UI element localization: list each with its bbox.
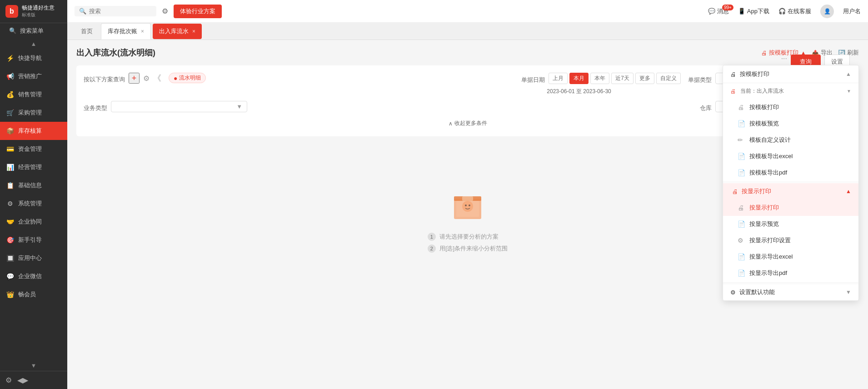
app-name: 畅捷通好生意	[22, 5, 55, 12]
dropdown-template-print-header[interactable]: 🖨 按模板打印 ▲	[723, 65, 858, 83]
app-download-label: App下载	[747, 7, 769, 15]
date-btn-custom[interactable]: 自定义	[656, 73, 681, 84]
date-btn-last-month[interactable]: 上月	[549, 73, 568, 84]
tab-home-label: 首页	[81, 27, 93, 35]
sidebar-scroll-down[interactable]: ▼	[0, 360, 67, 371]
chevron-down-icon: ▼	[846, 289, 851, 295]
search-icon: 🔍	[9, 27, 16, 34]
topbar-search-input[interactable]	[89, 8, 144, 15]
topbar-online-service[interactable]: 🎧 在线客服	[778, 7, 811, 15]
print-dropdown-panel: 🖨 按模板打印 ▲ 🖨 当前：出入库流水 ▼ 🖨	[723, 65, 859, 301]
topbar-search-icon: 🔍	[79, 8, 86, 15]
dropdown-item-template-excel[interactable]: 📄 按模板导出excel	[723, 148, 858, 165]
dropdown-item-display-print[interactable]: 🖨 按显示打印	[723, 199, 858, 216]
sidebar-item-marketing[interactable]: 📢 营销推广	[0, 67, 67, 85]
set-default-label: 设置默认功能	[739, 288, 775, 296]
topbar-search-box[interactable]: 🔍	[75, 6, 156, 16]
filter-collapse-icon[interactable]: 《	[153, 73, 161, 84]
filter-date-row: 单据日期 上月 本月 本年 近7天 更多 自定义	[521, 73, 681, 84]
filter-date-section: 单据日期 上月 本月 本年 近7天 更多 自定义 2023-06-01 至 20…	[521, 73, 681, 95]
main-area: 🔍 ⚙ 体验行业方案 💬 消息 99+ 📱 App下载 🎧 在线客服 👤 用户名	[67, 0, 868, 389]
nav-label-wechat: 企业微信	[18, 272, 42, 280]
item-pdf-icon: 📄	[738, 169, 745, 176]
nav-icon-inventory: 📦	[5, 126, 15, 135]
tab-inout-flow-label: 出入库流水	[159, 27, 189, 35]
sidebar-item-vip[interactable]: 👑 畅会员	[0, 285, 67, 304]
dropdown-set-default[interactable]: ⚙ 设置默认功能 ▼	[723, 284, 858, 300]
sidebar-item-enterprise[interactable]: 🤝 企业协同	[0, 213, 67, 231]
nav-label-app-center: 应用中心	[18, 254, 42, 262]
nav-label-purchase: 采购管理	[18, 109, 42, 117]
filter-biztype-select[interactable]: ▼	[111, 101, 247, 112]
empty-step-1: 1 请先选择要分析的方案	[428, 233, 508, 241]
date-btn-more[interactable]: 更多	[635, 73, 654, 84]
user-avatar[interactable]: 👤	[820, 5, 834, 18]
sidebar-scroll-up[interactable]: ▲	[0, 39, 67, 49]
dropdown-display-label: 按显示打印	[742, 187, 771, 195]
item-display-preview-icon: 📄	[738, 220, 745, 228]
nav-icon-operation: 📊	[5, 163, 15, 172]
sidebar-item-quick-nav[interactable]: ⚡ 快捷导航	[0, 49, 67, 67]
dropdown-item-template-pdf[interactable]: 📄 按模板导出pdf	[723, 165, 858, 181]
item-template-excel-label: 按模板导出excel	[749, 152, 793, 160]
item-display-pdf-icon: 📄	[738, 269, 745, 277]
nav-icon-app-center: 🔲	[5, 254, 15, 263]
sidebar-item-sales[interactable]: 💰 销售管理	[0, 85, 67, 104]
dropdown-item-template-design[interactable]: ✏ 模板自定义设计	[723, 132, 858, 148]
dropdown-item-template-print[interactable]: 🖨 按模板打印	[723, 99, 858, 115]
username[interactable]: 用户名	[843, 7, 861, 15]
filter-gear-icon[interactable]: ⚙	[143, 74, 150, 83]
sidebar-item-finance[interactable]: 💳 资金管理	[0, 140, 67, 158]
dropdown-item-display-settings[interactable]: ⚙ 按显示打印设置	[723, 232, 858, 249]
sidebar-item-system[interactable]: ⚙ 系统管理	[0, 194, 67, 213]
sidebar-collapse-icon[interactable]: ◀▶	[17, 376, 28, 384]
item-template-print-label: 按模板打印	[749, 103, 779, 111]
sidebar-item-operation[interactable]: 📊 经营管理	[0, 158, 67, 176]
dropdown-display-print-header[interactable]: 🖨 按显示打印 ▲	[723, 183, 858, 199]
nav-label-vip: 畅会员	[18, 290, 36, 299]
nav-label-basic: 基础信息	[18, 181, 42, 190]
filter-add-button[interactable]: +	[129, 73, 140, 84]
empty-steps-list: 1 请先选择要分析的方案 2 用[选]条件来缩小分析范围	[428, 233, 508, 256]
nav-label-system: 系统管理	[18, 199, 42, 208]
sidebar-settings-icon[interactable]: ⚙	[5, 376, 12, 384]
message-badge: 99+	[722, 5, 733, 10]
tab-batch-ledger-close[interactable]: ×	[141, 28, 144, 35]
date-range-display: 2023-06-01 至 2023-06-30	[521, 88, 611, 95]
sidebar-item-inventory[interactable]: 📦 库存核算	[0, 122, 67, 140]
topbar-gear-icon[interactable]: ⚙	[162, 7, 168, 15]
tab-home[interactable]: 首页	[75, 24, 99, 39]
topbar-message[interactable]: 💬 消息 99+	[708, 7, 729, 15]
sidebar-item-app-center[interactable]: 🔲 应用中心	[0, 249, 67, 267]
empty-step-2: 2 用[选]条件来缩小分析范围	[428, 244, 508, 253]
date-btn-this-month[interactable]: 本月	[569, 73, 589, 84]
dropdown-item-display-preview[interactable]: 📄 按显示预览	[723, 216, 858, 232]
dropdown-item-display-pdf[interactable]: 📄 按显示导出pdf	[723, 265, 858, 281]
dropdown-current-template[interactable]: 🖨 当前：出入库流水 ▼	[723, 83, 858, 99]
dropdown-item-display-excel[interactable]: 📄 按显示导出excel	[723, 249, 858, 265]
sidebar-item-basic[interactable]: 📋 基础信息	[0, 176, 67, 194]
dropdown-item-template-preview[interactable]: 📄 按模板预览	[723, 115, 858, 132]
topbar-app-download[interactable]: 📱 App下载	[738, 7, 769, 15]
nav-icon-system: ⚙	[5, 199, 15, 208]
nav-label-operation: 经营管理	[18, 163, 42, 171]
svg-point-5	[465, 204, 467, 206]
item-preview-icon: 📄	[738, 120, 745, 127]
sidebar-item-wechat[interactable]: 💬 企业微信	[0, 267, 67, 285]
sidebar-logo: b 畅捷通好生意 标准版	[0, 0, 67, 23]
date-btn-7days[interactable]: 近7天	[611, 73, 634, 84]
tab-batch-ledger[interactable]: 库存批次账 ×	[101, 23, 151, 40]
tab-inout-flow[interactable]: 出入库流水 ×	[153, 24, 202, 39]
sidebar-search-label: 搜索菜单	[20, 27, 44, 35]
tab-inout-flow-close[interactable]: ×	[192, 28, 195, 35]
sidebar-item-purchase[interactable]: 🛒 采购管理	[0, 104, 67, 122]
date-btn-this-year[interactable]: 本年	[590, 73, 609, 84]
item-display-excel-icon: 📄	[738, 253, 745, 260]
app-name-block: 畅捷通好生意 标准版	[22, 5, 55, 18]
topbar-right: 💬 消息 99+ 📱 App下载 🎧 在线客服 👤 用户名	[708, 5, 861, 18]
nav-icon-wechat: 💬	[5, 272, 15, 281]
nav-icon-finance: 💳	[5, 145, 15, 154]
industry-solution-button[interactable]: 体验行业方案	[174, 5, 222, 18]
sidebar-search-item[interactable]: 🔍 搜索菜单	[0, 23, 67, 39]
sidebar-item-guide[interactable]: 🎯 新手引导	[0, 231, 67, 249]
